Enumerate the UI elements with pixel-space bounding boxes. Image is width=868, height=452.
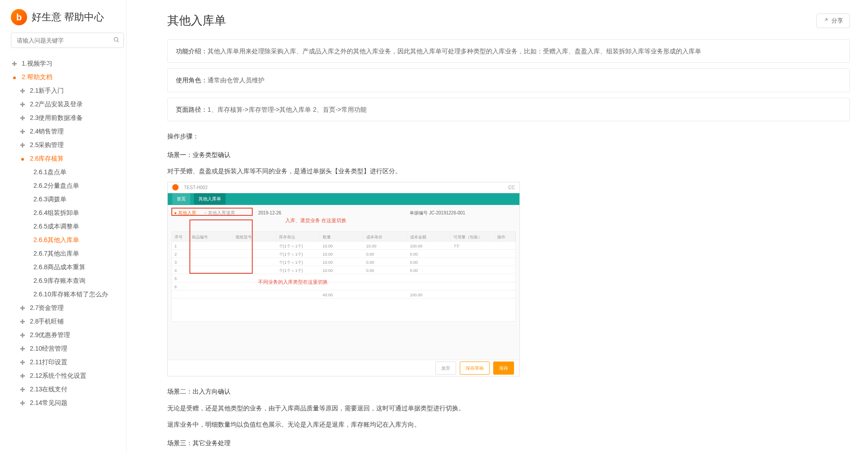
nav-label: 2.6.4组装拆卸单 bbox=[33, 209, 79, 217]
main-content: 其他入库单 分享 功能介绍：其他入库单用来处理除采购入库、产成品入库之外的其他入… bbox=[127, 0, 868, 452]
nav-batch-stocktake[interactable]: 2.6.2分量盘点单 bbox=[11, 179, 126, 193]
nav-help-docs[interactable]: ●2.帮助文档 bbox=[11, 71, 126, 84]
intro-box: 功能介绍：其他入库单用来处理除采购入库、产成品入库之外的其他入库业务，因此其他入… bbox=[167, 39, 850, 63]
nav-label: 2.11打印设置 bbox=[30, 358, 67, 366]
search-icon[interactable] bbox=[113, 37, 119, 44]
sp-col-op: 操作 bbox=[495, 232, 515, 241]
plus-icon: ✚ bbox=[19, 87, 26, 95]
table-row: 40.00100.00 bbox=[172, 290, 515, 299]
search-input[interactable] bbox=[11, 33, 124, 48]
plus-icon: ✚ bbox=[11, 60, 18, 67]
share-button[interactable]: 分享 bbox=[816, 14, 850, 28]
scene3-title: 场景三：其它业务处理 bbox=[167, 437, 850, 449]
plus-icon: ✚ bbox=[19, 386, 26, 393]
role-label: 使用角色： bbox=[176, 76, 208, 84]
nav-other-out[interactable]: 2.6.7其他出库单 bbox=[11, 247, 126, 261]
scene2-text1: 无论是受赠，还是其他类型的业务，由于入库商品质量等原因，需要退回，这时可通过单据… bbox=[167, 402, 850, 414]
plus-icon: ✚ bbox=[19, 332, 26, 339]
nav-stocktake[interactable]: 2.6.1盘点单 bbox=[11, 166, 126, 179]
path-label: 页面路径： bbox=[176, 106, 208, 113]
nav-print[interactable]: ✚2.11打印设置 bbox=[11, 356, 126, 369]
plus-icon: ✚ bbox=[19, 128, 26, 135]
nav-label: 2.3使用前数据准备 bbox=[30, 114, 83, 122]
nav-data-prep[interactable]: ✚2.3使用前数据准备 bbox=[11, 111, 126, 125]
sp-col-seq: 序号 bbox=[172, 232, 189, 241]
nav-label: 2.6.1盘点单 bbox=[33, 168, 66, 176]
logo: b 好生意 帮助中心 bbox=[11, 9, 126, 25]
role-box: 使用角色：通常由仓管人员维护 bbox=[167, 68, 850, 92]
nav-faq[interactable]: ✚2.14常见问题 bbox=[11, 396, 126, 410]
sp-logo-icon bbox=[172, 184, 179, 190]
nav-label: 2.1新手入门 bbox=[30, 87, 64, 95]
nav-label: 1.视频学习 bbox=[22, 60, 52, 68]
nav-cost-recalc[interactable]: 2.6.8商品成本重算 bbox=[11, 261, 126, 274]
nav-label: 2.14常见问题 bbox=[30, 399, 67, 407]
nav-label: 2.6.7其他出库单 bbox=[33, 250, 79, 258]
sp-tab-home: 首页 bbox=[172, 193, 190, 205]
plus-icon: ✚ bbox=[19, 359, 26, 366]
nav-transfer[interactable]: 2.6.3调拨单 bbox=[11, 193, 126, 206]
nav-tree: ✚1.视频学习 ●2.帮助文档 ✚2.1新手入门 ✚2.2产品安装及登录 ✚2.… bbox=[11, 57, 126, 410]
logo-icon: b bbox=[11, 9, 27, 25]
svg-point-0 bbox=[114, 38, 118, 41]
minus-icon: ● bbox=[19, 155, 26, 162]
nav-personalize[interactable]: ✚2.12系统个性化设置 bbox=[11, 369, 126, 383]
plus-icon: ✚ bbox=[19, 101, 26, 108]
nav-ledger-fix[interactable]: 2.6.10库存账本错了怎么办 bbox=[11, 288, 126, 301]
role-text: 通常由仓管人员维护 bbox=[208, 76, 264, 84]
embedded-screenshot: TEST-H002 CC 首页 其他入库单 ● 其他入库 ○ 其他入库退库 20… bbox=[167, 182, 520, 376]
nav-label: 2.帮助文档 bbox=[22, 73, 52, 81]
nav-other-in[interactable]: 2.6.6其他入库单 bbox=[11, 233, 126, 247]
sp-test-id: TEST-H002 bbox=[184, 183, 208, 192]
sp-radio1: 其他入库 bbox=[178, 210, 196, 215]
nav-label: 2.6.9库存账本查询 bbox=[33, 277, 85, 285]
nav-coupon[interactable]: ✚2.9优惠券管理 bbox=[11, 328, 126, 342]
intro-text: 其他入库单用来处理除采购入库、产成品入库之外的其他入库业务，因此其他入库单可处理… bbox=[208, 48, 701, 55]
nav-cost-adjust[interactable]: 2.6.5成本调整单 bbox=[11, 220, 126, 233]
table-row: 5 bbox=[172, 274, 515, 282]
nav-inventory[interactable]: ●2.6库存核算 bbox=[11, 152, 126, 166]
nav-video-learning[interactable]: ✚1.视频学习 bbox=[11, 57, 126, 71]
plus-icon: ✚ bbox=[19, 114, 26, 122]
nav-label: 2.8手机旺铺 bbox=[30, 318, 64, 326]
minus-icon: ● bbox=[11, 74, 18, 81]
nav-label: 2.7资金管理 bbox=[30, 304, 64, 312]
scene2-title: 场景二：出入方向确认 bbox=[167, 385, 850, 398]
nav-install-login[interactable]: ✚2.2产品安装及登录 bbox=[11, 98, 126, 111]
share-icon bbox=[823, 17, 829, 24]
nav-ledger-query[interactable]: 2.6.9库存账本查询 bbox=[11, 274, 126, 288]
svg-line-1 bbox=[118, 41, 119, 42]
logo-text: 好生意 帮助中心 bbox=[32, 10, 104, 24]
nav-business[interactable]: ✚2.10经营管理 bbox=[11, 342, 126, 356]
intro-label: 功能介绍： bbox=[176, 48, 208, 55]
plus-icon: ✚ bbox=[19, 305, 26, 312]
scene1-title: 场景一：业务类型确认 bbox=[167, 149, 850, 161]
nav-assembly[interactable]: 2.6.4组装拆卸单 bbox=[11, 206, 126, 220]
nav-label: 2.6.6其他入库单 bbox=[33, 236, 79, 244]
nav-label: 2.6.2分量盘点单 bbox=[33, 182, 79, 190]
path-box: 页面路径：1、库存核算->库存管理->其他入库单 2、首页->常用功能 bbox=[167, 98, 850, 121]
nav-label: 2.5采购管理 bbox=[30, 141, 64, 149]
nav-sales[interactable]: ✚2.4销售管理 bbox=[11, 125, 126, 138]
sidebar: b 好生意 帮助中心 ✚1.视频学习 ●2.帮助文档 ✚2.1新手入门 ✚2.2… bbox=[0, 0, 127, 452]
table-row: 6 bbox=[172, 282, 515, 290]
nav-label: 2.9优惠券管理 bbox=[30, 331, 70, 339]
nav-label: 2.4销售管理 bbox=[30, 128, 64, 136]
nav-purchase[interactable]: ✚2.5采购管理 bbox=[11, 138, 126, 152]
nav-mobile-shop[interactable]: ✚2.8手机旺铺 bbox=[11, 315, 126, 328]
sp-tab-other-in: 其他入库单 bbox=[194, 193, 226, 205]
search-box bbox=[11, 33, 124, 48]
plus-icon: ✚ bbox=[19, 318, 26, 325]
nav-getting-started[interactable]: ✚2.1新手入门 bbox=[11, 84, 126, 98]
steps-label: 操作步骤： bbox=[167, 130, 850, 143]
sp-date: 2019-12-26 bbox=[258, 209, 281, 217]
sp-save-button: 保存 bbox=[493, 362, 514, 375]
plus-icon: ✚ bbox=[19, 400, 26, 407]
sp-bill-no: 单据编号 JC-20191226-001 bbox=[410, 209, 465, 217]
share-label: 分享 bbox=[831, 17, 843, 25]
nav-online-pay[interactable]: ✚2.13在线支付 bbox=[11, 383, 126, 396]
plus-icon: ✚ bbox=[19, 142, 26, 149]
nav-finance[interactable]: ✚2.7资金管理 bbox=[11, 301, 126, 315]
nav-label: 2.10经营管理 bbox=[30, 345, 67, 353]
page-title: 其他入库单 bbox=[167, 13, 226, 29]
